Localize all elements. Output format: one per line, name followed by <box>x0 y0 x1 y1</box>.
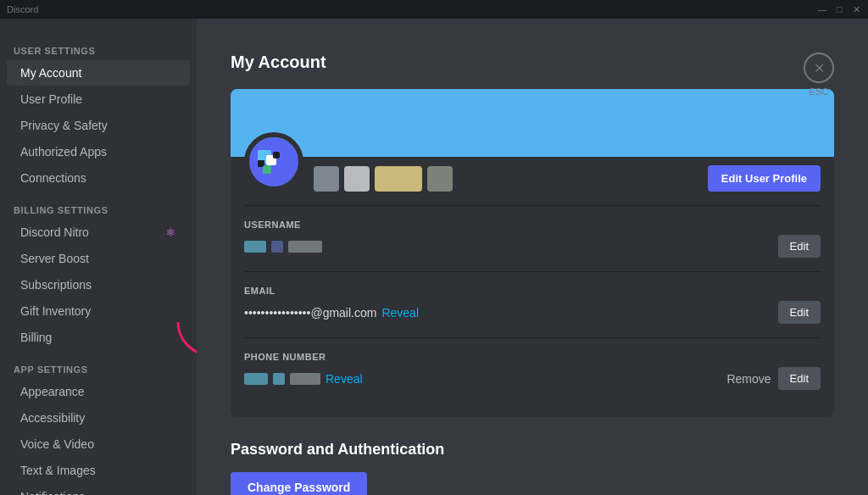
username-label: USERNAME <box>244 220 821 230</box>
sidebar-item-label: Connections <box>20 171 86 185</box>
edit-user-profile-button[interactable]: Edit User Profile <box>708 165 821 192</box>
main-content: ✕ ESC My Account <box>197 19 868 495</box>
sidebar-item-label: Billing <box>20 331 52 344</box>
profile-banner <box>231 89 834 157</box>
username-part-2 <box>271 241 283 253</box>
email-edit-button[interactable]: Edit <box>778 301 821 324</box>
phone-remove-button[interactable]: Remove <box>726 372 771 386</box>
color-swatches <box>314 166 453 192</box>
profile-avatar-row: Edit User Profile <box>244 157 821 192</box>
sidebar-item-voice-video[interactable]: Voice & Video <box>7 431 190 457</box>
profile-card-body: Edit User Profile USERNAME <box>231 157 834 417</box>
avatar <box>244 132 303 192</box>
svg-rect-3 <box>273 152 280 159</box>
phone-edit-button[interactable]: Edit <box>778 367 821 390</box>
nitro-icon: ⚛ <box>165 225 176 239</box>
color-swatch-1[interactable] <box>314 166 339 192</box>
sidebar-section-user-settings: USER SETTINGS <box>0 32 197 59</box>
sidebar-item-billing[interactable]: Billing <box>7 325 190 350</box>
password-section-title: Password and Authentication <box>231 441 834 459</box>
avatar-inner <box>249 137 298 186</box>
username-edit-button[interactable]: Edit <box>778 235 821 258</box>
phone-value: Reveal <box>244 372 363 386</box>
sidebar-item-authorized-apps[interactable]: Authorized Apps <box>7 139 190 164</box>
sidebar-item-my-account[interactable]: My Account <box>7 60 190 86</box>
sidebar-item-connections[interactable]: Connections <box>7 165 190 191</box>
sidebar-item-label: Privacy & Safety <box>20 119 108 132</box>
email-reveal-link[interactable]: Reveal <box>381 306 419 320</box>
sidebar-section-app-settings: APP SETTINGS <box>0 351 197 378</box>
email-value: ••••••••••••••••@gmail.com Reveal <box>244 306 419 320</box>
phone-actions: Remove Edit <box>726 367 821 390</box>
page-title: My Account <box>231 53 834 72</box>
sidebar-item-appearance[interactable]: Appearance <box>7 379 190 404</box>
phone-value-row: Reveal Remove Edit <box>244 367 821 390</box>
color-swatch-2[interactable] <box>344 166 370 192</box>
sidebar-item-label: My Account <box>20 66 81 80</box>
username-part-3 <box>288 241 322 253</box>
sidebar-item-accessibility[interactable]: Accessibility <box>7 405 190 431</box>
sidebar-item-label: Authorized Apps <box>20 145 107 159</box>
sidebar-item-label: Discord Nitro <box>20 225 89 239</box>
phone-part-2 <box>273 373 285 385</box>
password-section: Password and Authentication Change Passw… <box>231 441 834 495</box>
sidebar-item-label: Voice & Video <box>20 437 94 451</box>
sidebar-item-text-images[interactable]: Text & Images <box>7 458 190 483</box>
profile-card: Edit User Profile USERNAME <box>231 89 834 417</box>
close-button[interactable]: ✕ <box>851 4 861 14</box>
username-actions: Edit <box>778 235 821 258</box>
email-actions: Edit <box>778 301 821 324</box>
window-controls: — □ ✕ <box>817 4 861 14</box>
phone-section: PHONE NUMBER Reveal Remove <box>244 337 821 403</box>
sidebar-section-billing-settings: BILLING SETTINGS <box>0 192 197 219</box>
change-password-button[interactable]: Change Password <box>231 472 367 495</box>
discord-logo-icon <box>256 148 292 175</box>
phone-label: PHONE NUMBER <box>244 352 821 362</box>
username-value-row: Edit <box>244 235 821 258</box>
sidebar-item-discord-nitro[interactable]: Discord Nitro ⚛ <box>7 220 190 245</box>
phone-reveal-link[interactable]: Reveal <box>326 372 363 386</box>
sidebar-item-notifications[interactable]: Notifications <box>7 484 190 495</box>
sidebar-item-label: Gift Inventory <box>20 304 91 318</box>
sidebar-item-label: User Profile <box>20 92 82 106</box>
maximize-button[interactable]: □ <box>834 4 844 14</box>
username-value <box>244 241 322 253</box>
sidebar-item-label: Appearance <box>20 385 85 398</box>
email-masked: ••••••••••••••••@gmail.com <box>244 306 376 320</box>
esc-circle-icon: ✕ <box>804 53 834 83</box>
esc-label: ESC <box>810 86 829 97</box>
phone-part-3 <box>290 373 320 385</box>
username-blocks <box>244 241 322 253</box>
phone-blocks <box>244 373 320 385</box>
sidebar-item-label: Server Boost <box>20 252 89 265</box>
color-swatch-3[interactable] <box>375 166 422 192</box>
app-title: Discord <box>7 4 38 14</box>
phone-part-1 <box>244 373 268 385</box>
sidebar: USER SETTINGS My Account User Profile Pr… <box>0 19 197 495</box>
sidebar-item-gift-inventory[interactable]: Gift Inventory <box>7 298 190 324</box>
sidebar-item-privacy-safety[interactable]: Privacy & Safety <box>7 113 190 138</box>
esc-button[interactable]: ✕ ESC <box>804 53 834 97</box>
sidebar-item-label: Subscriptions <box>20 278 92 292</box>
minimize-button[interactable]: — <box>817 4 827 14</box>
sidebar-item-subscriptions[interactable]: Subscriptions <box>7 272 190 298</box>
titlebar: Discord — □ ✕ <box>0 0 868 19</box>
username-section: USERNAME Edit <box>244 205 821 271</box>
username-part-1 <box>244 241 266 253</box>
email-label: EMAIL <box>244 286 821 296</box>
sidebar-item-label: Accessibility <box>20 411 85 425</box>
sidebar-item-label: Notifications <box>20 490 85 495</box>
email-value-row: ••••••••••••••••@gmail.com Reveal Edit <box>244 301 821 324</box>
sidebar-item-user-profile[interactable]: User Profile <box>7 86 190 112</box>
sidebar-item-server-boost[interactable]: Server Boost <box>7 246 190 271</box>
color-swatch-4[interactable] <box>427 166 453 192</box>
app-layout: USER SETTINGS My Account User Profile Pr… <box>0 19 868 495</box>
svg-rect-5 <box>263 165 271 174</box>
email-section: EMAIL ••••••••••••••••@gmail.com Reveal … <box>244 271 821 337</box>
sidebar-item-label: Text & Images <box>20 464 96 477</box>
